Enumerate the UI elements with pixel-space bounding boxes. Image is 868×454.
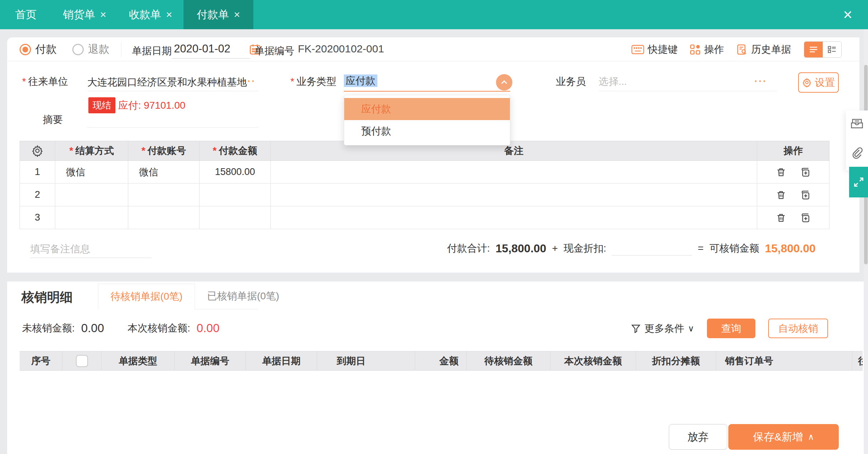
tab-done-docs[interactable]: 已核销单据(0笔) bbox=[195, 284, 291, 309]
account-cell[interactable] bbox=[128, 184, 200, 206]
copy-add-row-icon[interactable] bbox=[800, 167, 811, 177]
select-all-checkbox[interactable] bbox=[76, 355, 88, 367]
more-filters-label: 更多条件 bbox=[644, 322, 684, 335]
col-amount: 金额 bbox=[415, 351, 467, 370]
salesman-underline bbox=[599, 91, 777, 91]
settings-label: 设置 bbox=[815, 76, 835, 89]
note-input[interactable]: 填写备注信息 bbox=[30, 242, 90, 256]
chevron-up-icon: ∧ bbox=[808, 432, 814, 442]
note-underline bbox=[30, 258, 151, 258]
shortcut-keys-button[interactable]: 快捷键 bbox=[631, 43, 678, 56]
save-and-new-button[interactable]: 保存&新增 ∧ bbox=[728, 424, 839, 450]
copy-add-row-icon[interactable] bbox=[800, 190, 811, 200]
discount-input[interactable] bbox=[612, 241, 692, 256]
column-method-label: 结算方式 bbox=[75, 144, 114, 157]
note-cell[interactable] bbox=[271, 184, 757, 206]
method-cell[interactable]: 微信 bbox=[55, 161, 128, 184]
detail-view-button[interactable] bbox=[823, 42, 841, 57]
tab-home[interactable]: 首页 bbox=[0, 0, 52, 29]
list-view-button[interactable] bbox=[804, 42, 823, 57]
vertical-scrollbar[interactable] bbox=[864, 29, 868, 454]
radio-payment-label: 付款 bbox=[35, 42, 57, 57]
column-amount-label: 付款金额 bbox=[219, 144, 257, 157]
partner-label-text: 往来单位 bbox=[28, 76, 68, 87]
date-label: 单据日期 bbox=[132, 44, 172, 58]
expand-fullscreen-button[interactable] bbox=[849, 167, 868, 197]
column-settings-cell[interactable] bbox=[20, 141, 55, 161]
available-writeoff-value: 15,800.00 bbox=[765, 242, 816, 255]
grid-icon bbox=[690, 44, 701, 55]
biztype-underline bbox=[344, 91, 510, 92]
radio-payment[interactable]: 付款 bbox=[20, 42, 57, 57]
writeoff-section: 核销明细 待核销单据(0笔) 已核销单据(0笔) 未核销金额: 0.00 本次核… bbox=[7, 282, 868, 454]
note-cell[interactable] bbox=[271, 161, 757, 184]
query-button[interactable]: 查询 bbox=[707, 319, 755, 338]
doc-number-label: 单据编号 bbox=[254, 44, 294, 58]
writeoff-table-header: 序号 单据类型 单据编号 单据日期 到期日 金额 待核销金额 本次核销金额 折扣… bbox=[20, 351, 863, 371]
collapse-dropdown-button[interactable] bbox=[496, 74, 512, 91]
window-close-icon[interactable]: × bbox=[835, 0, 860, 29]
row-number: 1 bbox=[20, 161, 55, 184]
account-cell[interactable] bbox=[128, 206, 200, 229]
salesman-input[interactable]: 选择... bbox=[599, 75, 627, 88]
list-view-icon bbox=[809, 46, 818, 53]
note-cell[interactable] bbox=[271, 206, 757, 229]
amount-cell[interactable]: 15800.00 bbox=[200, 161, 271, 184]
row-number: 3 bbox=[20, 206, 55, 229]
account-cell[interactable]: 微信 bbox=[128, 161, 200, 184]
col-doc-no: 单据编号 bbox=[175, 351, 246, 370]
dropdown-option-payable[interactable]: 应付款 bbox=[344, 98, 510, 120]
floating-side-toolbar bbox=[846, 110, 868, 170]
tab-payment-order[interactable]: 付款单 × bbox=[184, 0, 253, 29]
column-account-label: 付款账号 bbox=[148, 144, 186, 157]
column-note-label: 备注 bbox=[504, 144, 523, 157]
current-writeoff-label: 本次核销金额: bbox=[128, 321, 190, 335]
method-cell[interactable] bbox=[55, 206, 128, 229]
date-value[interactable]: 2020-01-02 bbox=[174, 42, 231, 55]
auto-writeoff-button[interactable]: 自动核销 bbox=[768, 319, 828, 338]
tab-receipt-order[interactable]: 收款单 × bbox=[118, 0, 184, 29]
more-filters-button[interactable]: 更多条件 ∨ bbox=[631, 322, 694, 335]
required-mark: * bbox=[22, 76, 26, 87]
discard-button[interactable]: 放弃 bbox=[669, 424, 727, 450]
tab-pending-docs[interactable]: 待核销单据(0笔) bbox=[98, 284, 195, 309]
dropdown-option-prepaid[interactable]: 预付款 bbox=[344, 120, 510, 142]
history-docs-button[interactable]: 历史单据 bbox=[736, 43, 791, 56]
delete-row-icon[interactable] bbox=[776, 167, 786, 177]
print-tray-icon[interactable] bbox=[850, 117, 864, 133]
operations-button[interactable]: 操作 bbox=[690, 43, 724, 56]
tab-close-icon[interactable]: × bbox=[234, 9, 240, 21]
gear-icon bbox=[31, 145, 43, 157]
tab-sales-order[interactable]: 销货单 × bbox=[52, 0, 118, 29]
tab-receipt-label: 收款单 bbox=[129, 7, 161, 22]
divider bbox=[121, 42, 122, 57]
expand-icon bbox=[853, 176, 865, 188]
history-doc-icon bbox=[736, 44, 748, 55]
table-row: 2 bbox=[20, 184, 830, 206]
salesman-picker-icon[interactable]: ⋯ bbox=[754, 77, 767, 84]
biztype-value[interactable]: 应付款 bbox=[344, 74, 377, 88]
amount-cell[interactable] bbox=[200, 206, 271, 229]
writeoff-tabs: 待核销单据(0笔) 已核销单据(0笔) bbox=[98, 284, 291, 309]
method-cell[interactable] bbox=[55, 184, 128, 206]
summary-input[interactable] bbox=[87, 127, 258, 128]
payable-amount: 应付: 97101.00 bbox=[118, 99, 185, 112]
delete-row-icon[interactable] bbox=[776, 190, 786, 200]
biztype-label: *业务类型 bbox=[290, 75, 336, 88]
gear-icon bbox=[802, 78, 812, 87]
radio-refund[interactable]: 退款 bbox=[72, 42, 109, 57]
total-value: 15,800.00 bbox=[496, 242, 546, 255]
header-toolbar: 快捷键 操作 历史单据 bbox=[631, 37, 842, 61]
top-tab-bar: 首页 销货单 × 收款单 × 付款单 × × bbox=[0, 0, 868, 29]
tab-close-icon[interactable]: × bbox=[100, 9, 107, 21]
copy-add-row-icon[interactable] bbox=[800, 212, 811, 223]
tab-close-icon[interactable]: × bbox=[166, 9, 172, 21]
partner-picker-icon[interactable]: ⋯ bbox=[242, 77, 256, 84]
summary-label: 摘要 bbox=[43, 113, 63, 127]
settings-button[interactable]: 设置 bbox=[798, 72, 839, 93]
partner-label: *往来单位 bbox=[22, 75, 68, 88]
amount-cell[interactable] bbox=[200, 184, 271, 206]
partner-value[interactable]: 大连花园口经济区景和水果种植基地 bbox=[87, 76, 247, 89]
delete-row-icon[interactable] bbox=[776, 212, 786, 223]
attachment-icon[interactable] bbox=[850, 146, 864, 161]
